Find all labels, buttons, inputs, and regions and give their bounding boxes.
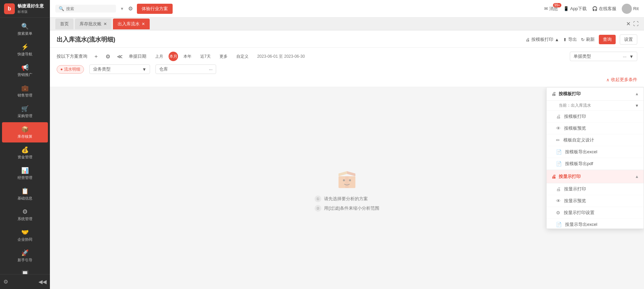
query-label: 查询 [603, 36, 612, 43]
template-print-header[interactable]: 🖨 按模板打印 ▲ [547, 87, 644, 101]
sidebar-bottom: ⚙ ◀◀ [0, 274, 50, 289]
display-print-sub-label: 按显示打印 [564, 186, 586, 192]
sidebar-item-marketing[interactable]: 📢 营销推广 [2, 60, 48, 81]
sidebar-item-operations[interactable]: 📊 经营管理 [2, 163, 48, 184]
template-print-section: 🖨 按模板打印 ▲ 当前：出入库流水 ▼ 🖨 按模板打印 👁 按模板预览 [547, 87, 644, 170]
search-chevron-icon[interactable]: ▼ [120, 6, 124, 11]
system-icon: ⚙ [22, 208, 28, 215]
date-tag-custom[interactable]: 自定义 [233, 53, 252, 60]
step-num-1: ① [315, 195, 321, 202]
filter-add-button[interactable]: ＋ [93, 52, 99, 61]
tab-flow-close-icon[interactable]: ✕ [142, 22, 145, 26]
tab-batch-label: 库存批次账 [80, 21, 101, 27]
svg-point-5 [349, 179, 351, 181]
topbar-right: ✉ 消息 99+ 📱 App下载 🎧 在线客服 Rit [544, 4, 639, 14]
tab-flow[interactable]: 出入库流水 ✕ [113, 19, 150, 29]
filter-collapse-button[interactable]: ≪ [116, 53, 123, 60]
sidebar-item-inventory[interactable]: 📦 库存核算 [2, 122, 48, 142]
tab-home[interactable]: 首页 [55, 19, 74, 29]
sidebar-item-finance[interactable]: 💰 资金管理 [2, 143, 48, 163]
display-print-chevron-icon: ▲ [635, 174, 639, 179]
display-preview-icon: 👁 [556, 198, 561, 204]
display-preview-sub[interactable]: 👁 按显示预览 [547, 195, 644, 207]
sidebar-item-quick-nav[interactable]: ⚡ 快捷导航 [2, 40, 48, 60]
date-tag-this-year[interactable]: 本年 [180, 53, 195, 60]
display-print-header[interactable]: 🖨 按显示打印 ▲ [547, 170, 644, 183]
topbar: 🔍 ▼ ⚙ 体验行业方案 ✉ 消息 99+ 📱 App下载 🎧 在线客服 Rit [50, 0, 644, 18]
display-print-sub[interactable]: 🖨 按显示打印 [547, 183, 644, 195]
date-tag-this-month[interactable]: 本月 [169, 52, 178, 61]
biz-type-select[interactable]: 业务类型 ▼ [89, 64, 150, 74]
date-label: 单据日期 [129, 53, 146, 59]
topbar-search-box[interactable]: 🔍 [55, 5, 116, 12]
sidebar-item-basic[interactable]: 📋 基础信息 [2, 184, 48, 204]
date-tag-last-month[interactable]: 上月 [152, 53, 167, 60]
date-tag-7days[interactable]: 近7天 [197, 53, 214, 60]
settings-button[interactable]: 设置 [620, 34, 637, 45]
sidebar-item-search[interactable]: 🔍 搜索菜单 [2, 19, 48, 40]
display-print-settings-sub[interactable]: ⚙ 按显示打印设置 [547, 207, 644, 219]
sidebar-item-system[interactable]: ⚙ 系统管理 [2, 205, 48, 225]
current-template-row[interactable]: 当前：出入库流水 ▼ [547, 101, 644, 111]
step-num-2: ② [315, 205, 321, 212]
template-excel-sub[interactable]: 📄 按模板导出excel [547, 146, 644, 158]
search-icon: 🔍 [21, 23, 29, 30]
date-tag-more[interactable]: 更多 [216, 53, 231, 60]
user-avatar-button[interactable]: Rit [622, 4, 639, 14]
operations-icon: 📊 [21, 167, 29, 174]
collapse-more-button[interactable]: ∧ 收起更多条件 [606, 77, 637, 83]
collapse-sidebar-icon[interactable]: ◀◀ [37, 277, 48, 286]
sidebar-item-label: 基础信息 [18, 196, 32, 201]
template-pdf-sub[interactable]: 📄 按模板导出pdf [547, 158, 644, 170]
app-download-button[interactable]: 📱 App下载 [563, 6, 587, 12]
filter-settings-button[interactable]: ⚙ [105, 53, 111, 60]
sidebar-item-apps[interactable]: 🔲 应用中心 [2, 266, 48, 274]
sidebar-item-purchase[interactable]: 🛒 采购管理 [2, 102, 48, 122]
refresh-button[interactable]: ↻ 刷新 [581, 36, 595, 43]
export-button[interactable]: ⬆ 导出 [563, 36, 577, 43]
customer-service-button[interactable]: 🎧 在线客服 [592, 6, 616, 12]
customize-sub-icon: ✏ [556, 137, 560, 143]
biz-type-chevron-icon: ▼ [142, 67, 146, 72]
tag-chip-icon: ● [60, 67, 63, 72]
sidebar-item-sales[interactable]: 💼 销售管理 [2, 81, 48, 101]
template-customize-sub[interactable]: ✏ 模板自定义设计 [547, 134, 644, 146]
refresh-label: 刷新 [586, 36, 595, 43]
industry-solution-button[interactable]: 体验行业方案 [137, 4, 173, 14]
doc-type-more-icon: ··· [623, 54, 626, 59]
sidebar-item-guide[interactable]: 🚀 新手引导 [2, 246, 48, 266]
inventory-icon: 📦 [21, 126, 29, 133]
search-input[interactable] [66, 6, 107, 11]
display-excel-icon: 📄 [556, 222, 562, 227]
template-preview-sub[interactable]: 👁 按模板预览 [547, 123, 644, 134]
template-print-sub[interactable]: 🖨 按模板打印 [547, 111, 644, 123]
warehouse-more-icon: ··· [209, 67, 212, 72]
display-print-sub-icon: 🖨 [556, 186, 561, 192]
print-template-label: 按模板打印 [531, 36, 553, 43]
tab-batch-close-icon[interactable]: ✕ [104, 22, 107, 26]
print-template-button[interactable]: 🖨 按模板打印 ▲ [526, 36, 559, 43]
display-excel-sub[interactable]: 📄 按显示导出excel [547, 219, 644, 229]
print-dropdown-panel: 🖨 按模板打印 ▲ 当前：出入库流水 ▼ 🖨 按模板打印 👁 按模板预览 [546, 87, 644, 229]
mobile-icon: 📱 [563, 6, 569, 11]
tab-batch[interactable]: 库存批次账 ✕ [75, 19, 112, 29]
step-1-text: 请先选择要分析的方案 [324, 196, 368, 202]
headset-icon: 🎧 [592, 6, 597, 11]
message-button[interactable]: ✉ 消息 99+ [544, 6, 558, 12]
query-button[interactable]: 查询 [599, 35, 616, 44]
empty-step-2: ② 用[过滤]条件来缩小分析范围 [315, 205, 379, 212]
app-logo-icon: b [4, 3, 15, 14]
date-filter-tags: 上月 本月 本年 近7天 更多 自定义 [152, 52, 252, 61]
window-maximize-button[interactable]: ⛶ [633, 21, 639, 27]
window-close-button[interactable]: ✕ [626, 21, 631, 27]
doc-type-select[interactable]: 单据类型 ··· ▼ [570, 52, 637, 61]
biz-type-label: 业务类型 [93, 66, 111, 72]
topbar-gear-icon[interactable]: ⚙ [128, 5, 133, 12]
sidebar-item-label: 销售管理 [18, 93, 32, 98]
sidebar-item-corp[interactable]: 🤝 企业协同 [2, 225, 48, 245]
doc-type-chevron-icon: ▼ [629, 54, 634, 59]
warehouse-select[interactable]: 仓库 ··· [155, 64, 216, 74]
app-download-label: App下载 [570, 6, 587, 12]
page-header: 出入库流水(流水明细) 🖨 按模板打印 ▲ ⬆ 导出 ↻ 刷新 查询 设置 [50, 30, 644, 48]
settings-bottom-icon[interactable]: ⚙ [2, 277, 9, 286]
